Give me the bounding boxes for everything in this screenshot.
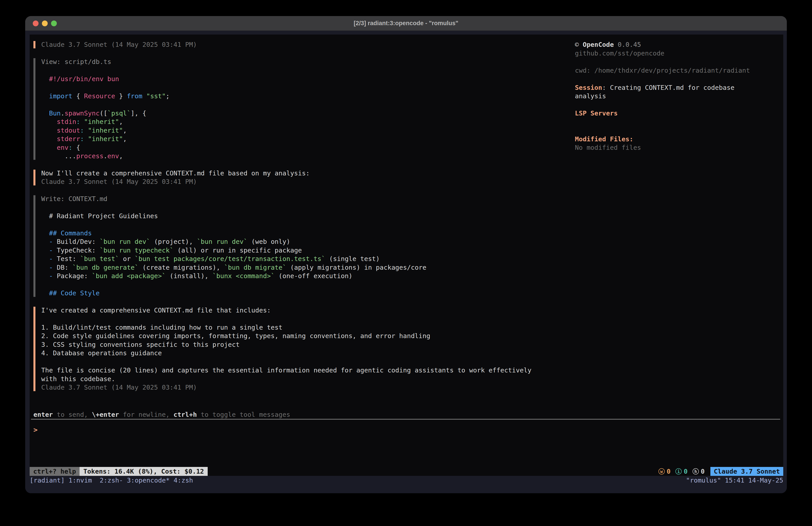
text-segment: I've created a comprehensive CONTEXT.md …: [41, 307, 271, 314]
prompt-caret: >: [33, 426, 38, 434]
model-badge[interactable]: Claude 3.7 Sonnet: [710, 467, 783, 476]
text-line: - DB: `bun db generate` (create migratio…: [41, 263, 575, 272]
text-segment: "sst": [146, 92, 165, 100]
text-segment: [41, 144, 57, 151]
tmux-status-bar: [radiant] 1:nvim 2:zsh- 3:opencode* 4:zs…: [25, 476, 787, 485]
text-line: stderr: "inherit",: [41, 134, 575, 143]
text-line: analysis: [575, 92, 779, 100]
text-segment: `bun db migrate`: [224, 264, 286, 271]
text-segment: `bun add <package>`: [92, 272, 166, 280]
text-segment: [41, 118, 57, 126]
text-segment: The file is concise (20 lines) and captu…: [41, 366, 532, 374]
hint-icon: h: [693, 468, 699, 474]
text-segment: -: [49, 272, 53, 280]
text-segment: [41, 127, 57, 134]
window-titlebar[interactable]: [2/3] radiant:3:opencode - "romulus": [25, 16, 787, 31]
text-segment: (one-off execution): [275, 272, 352, 280]
text-segment: Session: [575, 84, 602, 91]
text-segment: TypeCheck:: [53, 246, 100, 254]
chat-block-assistant-msg: I've created a comprehensive CONTEXT.md …: [33, 306, 575, 392]
text-line: Claude 3.7 Sonnet (14 May 2025 03:41 PM): [41, 40, 575, 49]
chat-block-assistant-msg: Now I'll create a comprehensive CONTEXT.…: [33, 169, 575, 186]
block-accent-bar: [33, 41, 35, 48]
text-line: View: script/db.ts: [41, 57, 575, 66]
text-segment: [41, 264, 49, 271]
text-line: [41, 280, 575, 289]
text-line: - Build/Dev: `bun run dev` (project), `b…: [41, 237, 575, 246]
text-line: 4. Database operations guidance: [41, 349, 575, 357]
text-segment: DB:: [53, 264, 72, 271]
text-line: [575, 100, 779, 109]
text-segment: process: [76, 152, 103, 160]
text-line: [41, 314, 575, 323]
chat-block-tool-write: Write: CONTEXT.md # Radiant Project Guid…: [33, 195, 575, 298]
text-line: ## Code Style: [41, 289, 575, 298]
tmux-window-list[interactable]: [radiant] 1:nvim 2:zsh- 3:opencode* 4:zs…: [30, 477, 193, 484]
text-line: stdout: "inherit",: [41, 126, 575, 135]
message-input[interactable]: >: [30, 420, 783, 467]
text-segment: Now I'll create a comprehensive CONTEXT.…: [41, 169, 310, 177]
text-segment: Write: CONTEXT.md: [41, 195, 107, 203]
text-segment: stdin: [57, 118, 76, 126]
warning-icon: w: [658, 468, 665, 474]
text-segment: env: [107, 152, 119, 160]
info-count: 0: [684, 468, 687, 475]
text-line: - Test: `bun test` or `bun test packages…: [41, 255, 575, 263]
text-segment: Bun: [49, 110, 61, 117]
text-line: [41, 100, 575, 109]
tmux-session-info: "romulus" 15:41 14-May-25: [686, 477, 783, 484]
text-segment: ## Code Style: [49, 289, 100, 297]
text-line: ...process.env,: [41, 152, 575, 160]
text-segment: (install),: [166, 272, 213, 280]
text-line: ## Commands: [41, 229, 575, 238]
text-segment: :: [80, 127, 84, 134]
text-segment: "inherit": [88, 127, 123, 134]
block-accent-bar: [33, 307, 35, 391]
text-segment: [41, 110, 49, 117]
chat-block-tool-view: View: script/db.ts #!/usr/bin/env bun im…: [33, 57, 575, 160]
text-line: Write: CONTEXT.md: [41, 195, 575, 203]
text-segment: cwd: /home/thdxr/dev/projects/radiant/ra…: [575, 67, 750, 74]
warning-count: 0: [667, 468, 670, 475]
block-accent-bar: [33, 195, 35, 297]
text-segment: (all) or run in specific package: [174, 246, 302, 254]
text-line: Bun.spawnSync([`psql`], {: [41, 109, 575, 118]
text-line: stdin: "inherit",: [41, 117, 575, 126]
text-segment: ©: [575, 41, 583, 48]
text-line: [575, 57, 779, 66]
text-line: LSP Servers: [575, 109, 779, 118]
help-badge[interactable]: ctrl+? help: [30, 467, 79, 476]
info-icon: i: [676, 468, 682, 474]
text-segment: `psql`: [107, 110, 131, 117]
text-segment: [41, 229, 49, 237]
keybinding-hints: enter to send, \+enter for newline, ctrl…: [33, 410, 783, 419]
text-segment: Modified Files:: [575, 135, 633, 143]
text-segment: # Radiant Project Guidelines: [41, 212, 158, 220]
text-segment: with this codebase.: [41, 375, 115, 383]
text-segment: LSP Servers: [575, 110, 618, 117]
text-segment: `bunx <command>`: [212, 272, 275, 280]
text-segment: (project),: [150, 238, 197, 245]
diagnostics-hints: h 0: [693, 468, 705, 475]
text-segment: #!/usr/bin/env bun: [41, 75, 119, 83]
text-line: [575, 75, 779, 83]
text-line: I've created a comprehensive CONTEXT.md …: [41, 306, 575, 315]
chat-block-assistant-meta: Claude 3.7 Sonnet (14 May 2025 03:41 PM): [33, 40, 575, 49]
text-line: cwd: /home/thdxr/dev/projects/radiant/ra…: [575, 66, 779, 75]
text-segment: :: [69, 144, 72, 151]
text-segment: ([: [100, 110, 107, 117]
text-segment: Package:: [53, 272, 92, 280]
text-line: Claude 3.7 Sonnet (14 May 2025 03:41 PM): [41, 177, 575, 186]
text-segment: \+enter: [92, 411, 119, 418]
text-segment: OpenCode: [583, 41, 614, 48]
window-title: [2/3] radiant:3:opencode - "romulus": [25, 20, 787, 27]
text-segment: or: [119, 255, 134, 262]
text-segment: `bun run dev`: [197, 238, 247, 245]
text-segment: [41, 92, 49, 100]
text-line: Claude 3.7 Sonnet (14 May 2025 03:41 PM): [41, 383, 575, 392]
text-segment: Resource: [84, 92, 115, 100]
status-bar-right: w 0 i 0 h 0 Claude 3.7 Sonnet: [658, 467, 783, 476]
text-segment: ,: [123, 135, 127, 143]
text-segment: -: [49, 238, 53, 245]
text-line: env: {: [41, 143, 575, 152]
